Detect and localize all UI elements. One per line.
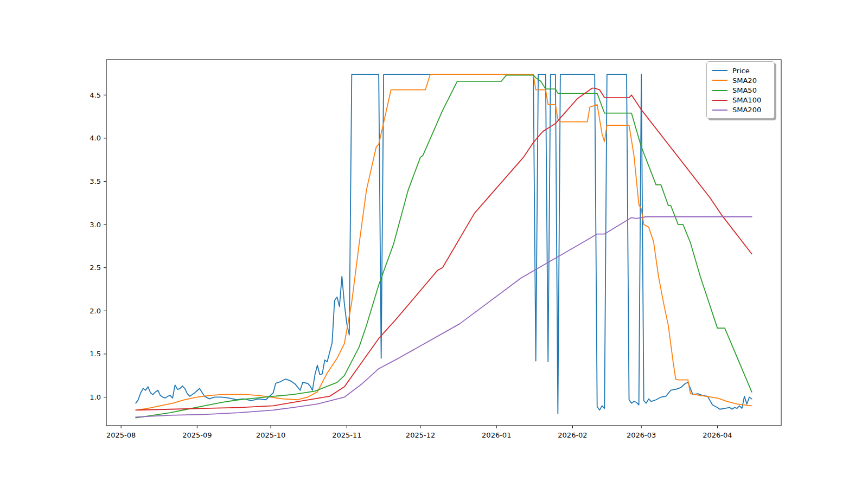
x-tick-label: 2025-09 <box>182 431 212 439</box>
legend-line-swatch <box>712 80 727 81</box>
x-tick-label: 2025-10 <box>256 431 285 439</box>
legend-entry-price: Price <box>712 66 769 75</box>
legend-label: SMA50 <box>732 87 757 94</box>
x-tick-label: 2025-11 <box>332 431 361 439</box>
x-tick-label: 2025-08 <box>106 431 136 439</box>
chart-legend: PriceSMA20SMA50SMA100SMA200 <box>706 61 775 119</box>
y-tick-label: 3.0 <box>90 221 101 229</box>
legend-label: SMA20 <box>732 77 757 84</box>
y-tick-label: 1.0 <box>90 393 101 401</box>
x-tick-label: 2026-02 <box>558 431 587 439</box>
legend-line-swatch <box>712 100 727 101</box>
y-tick-label: 3.5 <box>90 177 101 185</box>
y-tick-label: 2.0 <box>90 307 101 315</box>
legend-line-swatch <box>712 70 727 71</box>
legend-entry-sma200: SMA200 <box>712 105 769 115</box>
x-tick-label: 2026-01 <box>482 431 511 439</box>
y-tick-label: 4.5 <box>90 91 101 99</box>
chart-figure: 2025-082025-092025-102025-112025-122026-… <box>0 0 868 488</box>
legend-label: Price <box>732 67 750 74</box>
x-tick-label: 2026-04 <box>703 431 732 439</box>
y-tick-label: 2.5 <box>90 264 101 272</box>
legend-entry-sma50: SMA50 <box>712 85 769 95</box>
legend-label: SMA200 <box>732 106 761 113</box>
legend-entry-sma100: SMA100 <box>712 95 769 105</box>
x-tick-label: 2025-12 <box>406 431 435 439</box>
x-tick-label: 2026-03 <box>627 431 656 439</box>
legend-label: SMA100 <box>732 97 761 104</box>
y-tick-label: 4.0 <box>90 134 101 142</box>
legend-line-swatch <box>712 110 727 111</box>
legend-entry-sma20: SMA20 <box>712 75 769 85</box>
legend-line-swatch <box>712 90 727 91</box>
y-tick-label: 1.5 <box>90 350 101 358</box>
